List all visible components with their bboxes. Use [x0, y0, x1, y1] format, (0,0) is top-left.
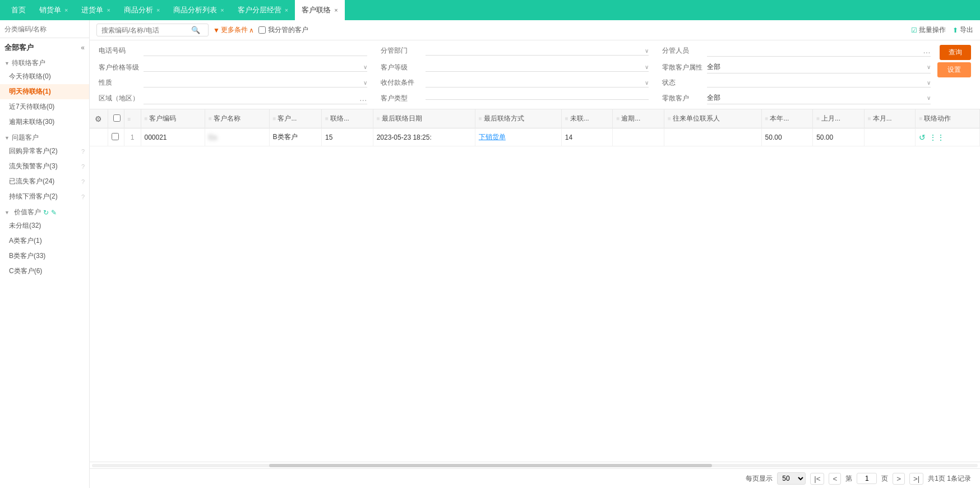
batch-icon: ☑ — [911, 26, 917, 34]
col-contact: 联络... — [322, 109, 373, 128]
refresh-icon[interactable]: ↻ — [43, 209, 49, 217]
query-button[interactable]: 查询 — [940, 45, 971, 60]
last-page-btn[interactable]: >| — [909, 473, 923, 485]
col-settings: ⚙ — [90, 109, 108, 128]
sidebar-item-warning[interactable]: 流失预警客户(3) ? — [0, 159, 89, 174]
sidebar-item-abnormal[interactable]: 回购异常客户(2) ? — [0, 144, 89, 159]
search-input[interactable] — [101, 26, 191, 34]
nav-customer-stratification[interactable]: 客户分层经营 × — [231, 0, 295, 20]
row-check[interactable] — [112, 133, 119, 140]
close-icon[interactable]: × — [285, 7, 288, 13]
row-last-date: 2023-05-23 18:25: — [373, 128, 475, 146]
filter-customer-type: 客户类型 — [381, 94, 649, 103]
page-input[interactable] — [857, 473, 877, 484]
filter-value-level: 客户价格等级 ∨ — [99, 63, 367, 72]
filter-customer-level: 客户等级 ∨ — [381, 63, 649, 72]
retail-attr-select[interactable]: 全部 ∨ — [707, 61, 931, 73]
chevron-down-icon: ∨ — [363, 64, 367, 70]
advanced-filter: 电话号码 分管部门 ∨ 分管人员 — [90, 40, 980, 109]
row-contact: 15 — [322, 128, 373, 146]
phone-input[interactable] — [144, 45, 367, 56]
sidebar-item-declining[interactable]: 持续下滑客户(2) ? — [0, 189, 89, 204]
export-btn[interactable]: ⬆ 导出 — [953, 25, 973, 35]
my-customers-check[interactable] — [258, 26, 266, 34]
customer-level-select[interactable]: ∨ — [426, 63, 649, 72]
search-icon[interactable]: 🔍 — [191, 26, 200, 34]
person-select[interactable]: … — [707, 45, 931, 57]
row-this-month — [864, 128, 916, 146]
batch-operation-btn[interactable]: ☑ 批量操作 — [911, 25, 946, 35]
row-last-month: 50.00 — [813, 128, 865, 146]
status-select[interactable]: ∨ — [707, 79, 931, 88]
nav-product-analysis-list[interactable]: 商品分析列表 × — [167, 0, 230, 20]
all-customers-header[interactable]: 全部客户 « — [0, 38, 89, 55]
nav-home[interactable]: 首页 — [4, 0, 33, 20]
customer-table: ⚙ 客户编码 客户名称 客户... 联络... 最后联络日期 最后联络方式 未联… — [90, 109, 980, 146]
row-code: 000021 — [141, 128, 205, 146]
next-page-btn[interactable]: > — [893, 473, 905, 485]
sidebar-group-pending: 待联络客户 — [0, 55, 89, 69]
dots-icon: … — [923, 46, 931, 55]
row-this-year: 50.00 — [761, 128, 813, 146]
filter-bar: 🔍 ▼ 更多条件 ∧ 我分管的客户 ☑ 批量操作 ⬆ 导出 — [90, 20, 980, 40]
close-icon[interactable]: × — [220, 7, 224, 13]
sidebar-search-bar: 🔍 — [0, 20, 89, 38]
settings-button[interactable]: 设置 — [937, 62, 971, 77]
sidebar-item-tomorrow[interactable]: 明天待联络(1) — [0, 84, 89, 99]
close-icon[interactable]: × — [334, 7, 338, 13]
chevron-down-icon: ∨ — [927, 64, 931, 70]
close-icon[interactable]: × — [64, 7, 68, 13]
sidebar-search-input[interactable] — [4, 25, 89, 33]
close-icon[interactable]: × — [156, 7, 160, 13]
filter-nature: 性质 ∨ — [99, 78, 367, 88]
horizontal-scrollbar[interactable] — [90, 462, 980, 468]
nav-purchase-order[interactable]: 进货单 × — [75, 0, 117, 20]
per-page-select[interactable]: 102050100 — [777, 472, 806, 485]
retail-customer-select[interactable]: 全部 ∨ — [707, 92, 931, 104]
dept-select[interactable]: ∨ — [426, 47, 649, 56]
row-type: B类客户 — [269, 128, 322, 146]
sidebar-item-today[interactable]: 今天待联络(0) — [0, 69, 89, 84]
prev-page-btn[interactable]: < — [829, 473, 841, 485]
first-page-btn[interactable]: |< — [810, 473, 824, 485]
close-icon[interactable]: × — [107, 7, 110, 13]
row-actions: ↺ ⋮⋮ — [916, 128, 980, 146]
nav-customer-contact[interactable]: 客户联络 × — [295, 0, 344, 20]
filter-row-1: 电话号码 分管部门 ∨ 分管人员 — [99, 45, 931, 57]
more-conditions-btn[interactable]: ▼ 更多条件 ∧ — [213, 25, 254, 35]
sidebar-group-value: 价值客户 ↻ ✎ — [0, 204, 89, 218]
dots-icon: … — [359, 94, 367, 103]
nature-select[interactable]: ∨ — [144, 79, 367, 88]
sidebar-item-lost[interactable]: 已流失客户(24) ? — [0, 174, 89, 189]
sidebar-item-7days[interactable]: 近7天待联络(0) — [0, 99, 89, 114]
settings-gear-icon[interactable]: ⚙ — [95, 114, 102, 123]
customer-type-select[interactable] — [426, 97, 649, 100]
region-select[interactable]: … — [144, 93, 367, 104]
select-all-checkbox[interactable] — [113, 114, 121, 122]
sidebar-item-a-class[interactable]: A类客户(1) — [0, 233, 89, 248]
sidebar-item-ungrouped[interactable]: 未分组(32) — [0, 218, 89, 233]
sidebar-item-overdue[interactable]: 逾期未联络(30) — [0, 114, 89, 130]
sidebar-item-c-class[interactable]: C类客户(6) — [0, 264, 89, 279]
col-contact-person: 往来单位联系人 — [664, 109, 761, 128]
more-action-icon[interactable]: ⋮⋮ — [929, 133, 945, 142]
col-this-year: 本年... — [761, 109, 813, 128]
filter-row-3: 性质 ∨ 收付款条件 ∨ — [99, 78, 931, 88]
content-area: 🔍 ▼ 更多条件 ∧ 我分管的客户 ☑ 批量操作 ⬆ 导出 — [90, 20, 980, 488]
search-box: 🔍 — [96, 24, 209, 36]
row-num: 1 — [124, 128, 141, 146]
value-level-select[interactable]: ∨ — [144, 63, 367, 72]
collapse-icon[interactable]: « — [81, 44, 85, 52]
payment-select[interactable]: ∨ — [426, 79, 649, 88]
nav-sales-order[interactable]: 销货单 × — [33, 0, 75, 20]
contact-action-icon[interactable]: ↺ — [919, 133, 926, 142]
sidebar-item-b-class[interactable]: B类客户(33) — [0, 248, 89, 264]
edit-icon[interactable]: ✎ — [51, 209, 57, 217]
chevron-down-icon: ∨ — [363, 80, 367, 86]
my-customers-checkbox[interactable]: 我分管的客户 — [258, 25, 308, 35]
scroll-thumb[interactable] — [269, 464, 712, 467]
row-not-contacted: 14 — [561, 128, 613, 146]
filter-action-buttons: 查询 设置 — [935, 45, 971, 77]
nav-product-analysis[interactable]: 商品分析 × — [117, 0, 167, 20]
col-last-date: 最后联络日期 — [373, 109, 475, 128]
